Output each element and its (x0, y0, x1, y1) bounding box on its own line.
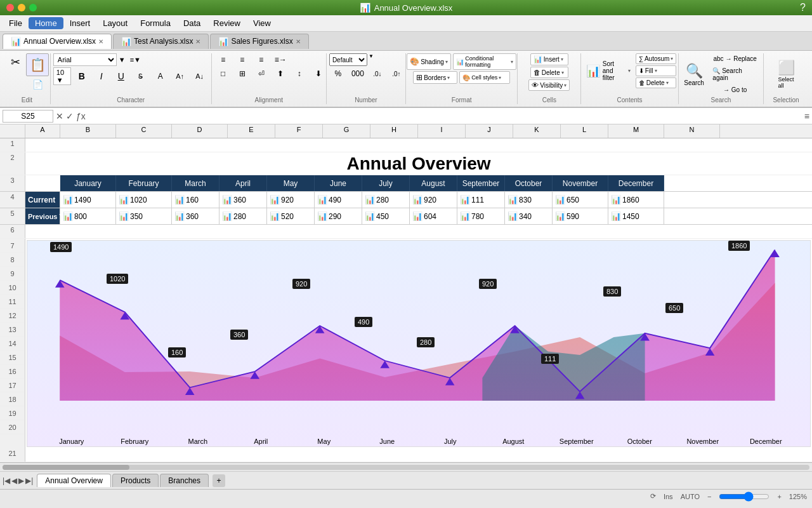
tab-annual-overview[interactable]: 📊 Annual Overview.xlsx ✕ (3, 34, 112, 49)
select-all-btn[interactable]: ⬜ Selectall (770, 58, 802, 90)
fill-btn[interactable]: ⬇Fill▾ (636, 65, 677, 76)
menu-view[interactable]: View (247, 17, 277, 29)
font-size-small-btn[interactable]: A↓ (191, 70, 209, 82)
prev-aug[interactable]: 📊604 (410, 208, 457, 224)
delete-content-btn[interactable]: 🗑Delete▾ (636, 77, 677, 88)
menu-review[interactable]: Review (207, 17, 247, 29)
formula-input[interactable] (88, 110, 804, 123)
zoom-out-btn[interactable]: − (707, 493, 711, 500)
menu-data[interactable]: Data (177, 17, 207, 29)
col-header-B[interactable]: B (60, 124, 116, 138)
function-btn[interactable]: ƒx (76, 111, 86, 121)
current-jun[interactable]: 📊490 (315, 192, 362, 208)
current-mar[interactable]: 📊160 (172, 192, 219, 208)
menu-insert[interactable]: Insert (63, 17, 97, 29)
strikethrough-button[interactable]: S̶ (132, 70, 150, 83)
last-sheet-btn[interactable]: ▶| (25, 476, 33, 485)
col-header-K[interactable]: K (513, 124, 561, 138)
col-header-N[interactable]: N (664, 124, 720, 138)
current-feb[interactable]: 📊1020 (116, 192, 172, 208)
current-sep[interactable]: 📊111 (457, 192, 505, 208)
tab-close-test[interactable]: ✕ (195, 38, 200, 45)
font-color-btn[interactable]: A (152, 70, 169, 83)
align-center-btn[interactable]: ≡ (233, 53, 251, 66)
first-sheet-btn[interactable]: |◀ (3, 476, 10, 485)
search-button[interactable]: 🔍 Search (681, 61, 707, 88)
formula-expand-btn[interactable]: ≡ (804, 111, 809, 121)
menu-formula[interactable]: Formula (134, 17, 177, 29)
prev-sheet-btn[interactable]: ◀ (11, 476, 17, 485)
align-middle-btn[interactable]: ↕ (291, 67, 308, 80)
tab-close-annual[interactable]: ✕ (98, 38, 103, 45)
current-apr[interactable]: 📊360 (219, 192, 267, 208)
spreadsheet-grid[interactable]: 1 2 Annual Overview 3 January February M… (0, 138, 812, 462)
font-name-select[interactable]: Arial (53, 53, 117, 66)
prev-apr[interactable]: 📊280 (219, 208, 267, 224)
font-size-display[interactable]: 10 ▼ (53, 67, 71, 85)
col-header-D[interactable]: D (172, 124, 228, 138)
underline-button[interactable]: U (112, 69, 130, 83)
formula-cancel-btn[interactable]: ✕ (56, 111, 63, 121)
col-header-M[interactable]: M (608, 124, 664, 138)
tab-close-sales[interactable]: ✕ (296, 38, 301, 45)
sheet-tab-annual[interactable]: Annual Overview (37, 474, 111, 487)
cell-reference[interactable] (3, 110, 53, 123)
go-to-btn[interactable]: → Go to (709, 84, 761, 95)
percent-btn[interactable]: % (329, 67, 347, 80)
add-sheet-btn[interactable]: + (213, 474, 225, 487)
copy-button[interactable]: 📄 (26, 77, 49, 91)
sheet-tab-products[interactable]: Products (112, 474, 159, 487)
shading-btn[interactable]: 🎨 Shading ▾ (407, 53, 451, 70)
prev-sep[interactable]: 📊780 (457, 208, 505, 224)
menu-home[interactable]: Home (29, 17, 63, 29)
help-button[interactable]: ? (800, 2, 806, 13)
cell-styles-btn[interactable]: 🎨 Cell styles ▾ (459, 71, 510, 84)
col-header-I[interactable]: I (418, 124, 466, 138)
delete-cells-btn[interactable]: 🗑 Delete ▾ (530, 67, 568, 78)
col-header-A[interactable]: A (25, 124, 60, 138)
sort-filter-btn[interactable]: 📊 Sort andfilter ▾ (583, 58, 634, 83)
number-format-select[interactable]: Default (329, 53, 367, 66)
merge-btn[interactable]: ⊞ (233, 67, 251, 80)
col-header-F[interactable]: F (275, 124, 323, 138)
h-scrollbar[interactable] (0, 462, 812, 471)
decrease-decimal-btn[interactable]: .0↓ (369, 67, 386, 80)
align-left-btn[interactable]: ≡ (214, 53, 232, 66)
conditional-format-btn[interactable]: 📊 Conditional formatting ▾ (453, 53, 516, 70)
italic-button[interactable]: I (93, 69, 110, 83)
insert-btn[interactable]: 📊 Insert ▾ (530, 53, 568, 65)
menu-layout[interactable]: Layout (96, 17, 134, 29)
current-nov[interactable]: 📊650 (553, 192, 608, 208)
align-right-btn[interactable]: ≡ (252, 53, 270, 66)
col-header-G[interactable]: G (323, 124, 370, 138)
align-top-btn[interactable]: ⬆ (272, 67, 289, 80)
prev-mar[interactable]: 📊360 (172, 208, 219, 224)
borders-btn[interactable]: ⊞ Borders ▾ (413, 71, 457, 84)
bold-button[interactable]: B (73, 69, 91, 83)
sheet-tab-branches[interactable]: Branches (160, 474, 209, 487)
close-button[interactable] (6, 4, 14, 11)
autosum-btn[interactable]: ∑Autosum▾ (636, 53, 677, 64)
font-size-large-btn[interactable]: A↑ (171, 70, 189, 82)
prev-may[interactable]: 📊520 (267, 208, 315, 224)
prev-nov[interactable]: 📊590 (553, 208, 608, 224)
prev-dec[interactable]: 📊1450 (608, 208, 664, 224)
current-dec[interactable]: 📊1860 (608, 192, 664, 208)
replace-btn[interactable]: abc → Replace (709, 53, 761, 64)
current-may[interactable]: 📊920 (267, 192, 315, 208)
prev-jan[interactable]: 📊800 (60, 208, 116, 224)
number-format-arrow[interactable]: ▼ (369, 53, 374, 66)
sheet-nav[interactable]: |◀ ◀ ▶ ▶| (3, 476, 33, 485)
current-jul[interactable]: 📊280 (362, 192, 410, 208)
cut-button[interactable]: ✂ (6, 53, 24, 71)
col-header-C[interactable]: C (116, 124, 172, 138)
tab-test-analysis[interactable]: 📊 Test Analysis.xlsx ✕ (113, 34, 209, 49)
prev-jun[interactable]: 📊290 (315, 208, 362, 224)
prev-oct[interactable]: 📊340 (505, 208, 553, 224)
font-options-btn[interactable]: ≡▼ (130, 56, 141, 64)
prev-jul[interactable]: 📊450 (362, 208, 410, 224)
col-header-H[interactable]: H (370, 124, 418, 138)
wrap-btn[interactable]: ⏎ (252, 67, 270, 80)
window-controls[interactable] (6, 4, 37, 11)
current-jan[interactable]: 📊1490 (60, 192, 116, 208)
